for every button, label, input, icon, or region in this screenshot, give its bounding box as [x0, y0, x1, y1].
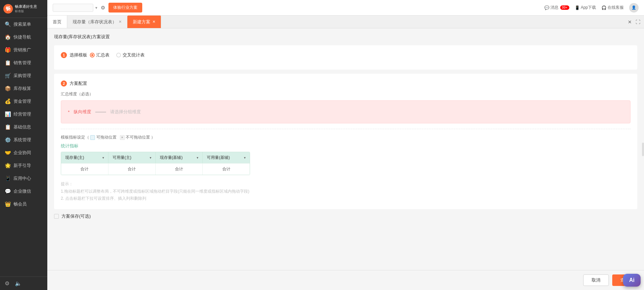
- radio-summary-circle: [90, 53, 95, 57]
- col-chevron-1[interactable]: ▾: [150, 156, 151, 160]
- template-radio-group: 汇总表 交叉统计表: [90, 52, 145, 58]
- indicator-settings: 模板指标设定（ 可拖动位置 ✕ 不可拖动位置 ）: [61, 135, 630, 175]
- sidebar-bottom: ⚙ 🔈: [0, 276, 47, 290]
- window-controls: ✕ ⛶: [627, 19, 644, 25]
- online-service-button[interactable]: 🎧 在线客服: [601, 5, 624, 10]
- sidebar-item-label-appcenter: 应用中心: [14, 175, 31, 182]
- wechat-icon: 💬: [5, 188, 11, 194]
- appcenter-icon: 📱: [5, 175, 11, 182]
- member-icon: 👑: [5, 201, 11, 207]
- avatar-icon: 👤: [631, 5, 636, 10]
- quicknav-icon: 🏠: [5, 34, 11, 40]
- tab-new-plan[interactable]: 新建方案 ✕: [127, 16, 161, 28]
- marketing-icon: 🎁: [5, 47, 11, 53]
- radio-summary-label: 汇总表: [96, 52, 109, 58]
- tab-home-label: 首页: [53, 19, 61, 25]
- sidebar-item-basic[interactable]: 📋 基础信息: [0, 121, 47, 134]
- sidebar-item-newguide[interactable]: 🌟 新手引导: [0, 159, 47, 172]
- radio-cross-circle: [116, 53, 121, 57]
- sidebar-item-finance[interactable]: 💰 资金管理: [0, 95, 47, 108]
- topbar-right: 💬 消息 99+ 📱 App下载 🎧 在线客服 👤: [544, 3, 639, 13]
- message-button[interactable]: 💬 消息 99+: [544, 5, 569, 10]
- stats-col-0: 现存量(主)▾: [61, 152, 108, 163]
- sidebar-item-label-sales: 销售管理: [14, 60, 31, 66]
- tab-home[interactable]: 首页: [47, 16, 67, 28]
- sidebar-item-member[interactable]: 👑 畅会员: [0, 198, 47, 211]
- sidebar-item-label-purchase: 采购管理: [14, 73, 31, 79]
- divider1: [61, 129, 630, 129]
- step1-badge: 1: [61, 52, 67, 58]
- indicator-settings-header: 模板指标设定（ 可拖动位置 ✕ 不可拖动位置 ）: [61, 135, 630, 140]
- col-chevron-0[interactable]: ▾: [102, 156, 104, 160]
- sidebar-item-system[interactable]: ⚙️ 系统管理: [0, 134, 47, 146]
- tab-inventory-status[interactable]: 现存量（库存状况表） ✕: [67, 16, 127, 28]
- sidebar-item-marketing[interactable]: 🎁 营销推广: [0, 44, 47, 56]
- sidebar-item-inventory[interactable]: 📦 库存核算: [0, 82, 47, 95]
- search-area: ▾: [53, 4, 97, 12]
- sidebar-item-label-marketing: 营销推广: [14, 47, 31, 53]
- radio-cross[interactable]: 交叉统计表: [116, 52, 145, 58]
- topbar: ▾ ⚙ 体验行业方案 💬 消息 99+ 📱 App下载 🎧 在线客服 👤: [47, 0, 644, 16]
- save-section: 方案保存(可选): [54, 213, 637, 219]
- non-draggable-box: ✕: [120, 135, 125, 140]
- step1-label: 选择模板: [70, 52, 87, 58]
- vertical-dim-label: 纵向维度: [74, 109, 91, 115]
- sidebar-item-appcenter[interactable]: 📱 应用中心: [0, 172, 47, 185]
- save-checkbox[interactable]: [54, 214, 59, 219]
- legend-non-draggable: ✕ 不可拖动位置: [120, 135, 151, 140]
- newguide-icon: 🌟: [5, 163, 11, 169]
- sidebar-nav: 🔍 搜索菜单 🏠 快捷导航 🎁 营销推广 📋 销售管理 🛒 采购管理 📦 库存核…: [0, 18, 47, 276]
- resize-handle[interactable]: [642, 143, 644, 156]
- draggable-box: [90, 135, 95, 140]
- message-badge: 99+: [560, 5, 569, 10]
- window-close-icon[interactable]: ✕: [627, 19, 633, 25]
- step2-panel: 2 方案配置 汇总维度（必选） * 纵向维度 —— 请选择分组维度 模板指标设定…: [54, 74, 637, 209]
- industry-plan-button[interactable]: 体验行业方案: [108, 3, 142, 13]
- logo-icon: 畅: [3, 4, 13, 14]
- settings-icon[interactable]: ⚙: [5, 280, 9, 287]
- app-download-button[interactable]: 📱 App下载: [575, 5, 596, 10]
- stats-table-header: 现存量(主)▾可用量(主)▾现存量(基辅)▾可用量(基辅)▾: [61, 152, 250, 163]
- sidebar-item-enterprise[interactable]: 🤝 企业协同: [0, 146, 47, 159]
- radio-summary[interactable]: 汇总表: [90, 52, 109, 58]
- sidebar-item-label-finance: 资金管理: [14, 98, 31, 104]
- col-label-2: 现存量(基辅): [160, 155, 183, 161]
- search-input[interactable]: [53, 4, 93, 12]
- gear-icon[interactable]: ⚙: [101, 5, 105, 11]
- sidebar-item-label-system: 系统管理: [14, 137, 31, 143]
- col-chevron-2[interactable]: ▾: [197, 156, 198, 160]
- basic-icon: 📋: [5, 124, 11, 130]
- col-chevron-3[interactable]: ▾: [244, 156, 246, 160]
- col-label-0: 现存量(主): [65, 155, 84, 161]
- cancel-button[interactable]: 取消: [583, 274, 609, 286]
- tabbar: 首页 现存量（库存状况表） ✕ 新建方案 ✕ ✕ ⛶: [47, 16, 644, 28]
- sidebar-item-purchase[interactable]: 🛒 采购管理: [0, 69, 47, 82]
- dimension-box[interactable]: * 纵向维度 —— 请选择分组维度: [61, 100, 630, 123]
- ai-float-button[interactable]: Ai: [623, 274, 641, 287]
- page-title: 现存量(库存状况表)方案设置: [54, 34, 637, 40]
- system-icon: ⚙️: [5, 137, 11, 143]
- tab-new-plan-close-icon[interactable]: ✕: [152, 20, 155, 24]
- sidebar-item-operation[interactable]: 📊 经营管理: [0, 108, 47, 121]
- col-label-1: 可用量(主): [113, 155, 131, 161]
- sidebar: 畅 畅康通好生意 标准版 🔍 搜索菜单 🏠 快捷导航 🎁 营销推广 📋 销售管理…: [0, 0, 47, 290]
- tips-title: 提示：: [61, 182, 73, 186]
- bottom-bar: 取消 查询: [47, 270, 644, 290]
- indicator-settings-text: 模板指标设定（ 可拖动位置 ✕ 不可拖动位置 ）: [61, 135, 155, 140]
- step1-header: 1 选择模板 汇总表 交叉统计表: [61, 52, 630, 58]
- search-chevron-icon[interactable]: ▾: [95, 5, 97, 10]
- save-label: 方案保存(可选): [61, 213, 91, 219]
- tab-inventory-close-icon[interactable]: ✕: [119, 20, 122, 24]
- stats-cell-1: 合计: [108, 164, 156, 175]
- sidebar-item-quicknav[interactable]: 🏠 快捷导航: [0, 31, 47, 44]
- sidebar-item-search[interactable]: 🔍 搜索菜单: [0, 18, 47, 31]
- content-area: 现存量(库存状况表)方案设置 1 选择模板 汇总表 交叉统计表: [47, 28, 644, 270]
- step1-panel: 1 选择模板 汇总表 交叉统计表: [54, 45, 637, 70]
- sidebar-item-wechat[interactable]: 💬 企业微信: [0, 185, 47, 198]
- sidebar-item-sales[interactable]: 📋 销售管理: [0, 56, 47, 69]
- stats-table: 现存量(主)▾可用量(主)▾现存量(基辅)▾可用量(基辅)▾ 合计合计合计合计: [61, 152, 250, 175]
- user-avatar[interactable]: 👤: [629, 3, 639, 13]
- window-expand-icon[interactable]: ⛶: [635, 19, 641, 25]
- stats-cell-2: 合计: [156, 164, 203, 175]
- sound-icon[interactable]: 🔈: [15, 280, 22, 287]
